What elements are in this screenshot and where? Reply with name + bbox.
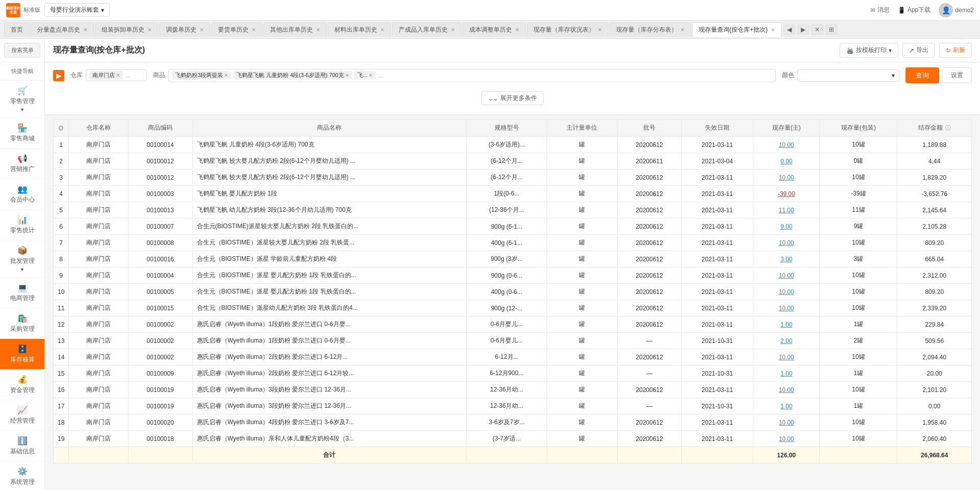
tab-requisition-close[interactable]: ✕ bbox=[252, 27, 256, 33]
balance-info-icon[interactable]: ⓘ bbox=[945, 125, 951, 131]
table-footer: 合计 126.00 26,968.64 bbox=[54, 447, 972, 463]
cell-balance: 809.20 bbox=[897, 284, 972, 300]
search-menu-btn[interactable]: 搜索英单 bbox=[4, 43, 40, 58]
cell-expire: 2021-03-11 bbox=[681, 202, 753, 218]
print-icon: 🖨️ bbox=[846, 47, 854, 54]
tab-cost-adjust-close[interactable]: ✕ bbox=[515, 27, 519, 33]
tab-cost-adjust[interactable]: 成本调整单历史 ✕ bbox=[462, 22, 526, 37]
footer-empty-2 bbox=[69, 447, 128, 463]
tab-inventory-distribution[interactable]: 现存量（库存分布表） ✕ bbox=[609, 22, 691, 37]
tab-other-out-close[interactable]: ✕ bbox=[316, 27, 320, 33]
tab-split-disk-close[interactable]: ✕ bbox=[83, 27, 87, 33]
th-warehouse: 仓库名称 bbox=[69, 119, 128, 137]
product-tag-container[interactable]: 飞鹤奶粉3段两提装 ✕ 飞鹤星飞帆 儿童奶粉 4段(3-6岁适用) 700克 ✕… bbox=[168, 69, 776, 82]
tab-other-out[interactable]: 其他出库单历史 ✕ bbox=[263, 22, 327, 37]
tab-home[interactable]: 首页 bbox=[4, 22, 30, 37]
product-tag-2[interactable]: 飞鹤星飞帆 儿童奶粉 4段(3-6岁适用) 700克 ✕ bbox=[233, 71, 352, 80]
warehouse-tag-container[interactable]: 南岸门店 ✕ … bbox=[86, 69, 147, 81]
app-download-btn[interactable]: 📱 App下载 bbox=[898, 6, 930, 14]
print-btn[interactable]: 🖨️ 按模板打印 ▾ bbox=[840, 43, 898, 58]
tab-inventory-distribution-close[interactable]: ✕ bbox=[680, 27, 684, 33]
product-tag-3-text: 飞... bbox=[357, 71, 368, 79]
ecommerce-icon: 💻 bbox=[17, 283, 28, 292]
expand-conditions-btn[interactable]: ⌄⌄ 展开更多条件 bbox=[481, 91, 544, 105]
footer-empty-4 bbox=[467, 447, 547, 463]
cell-qty-pkg: 10罐 bbox=[820, 349, 897, 365]
table-row: 12 南岸门店 00100002 惠氏启睿（Wyeth illuma）1段奶粉 … bbox=[54, 316, 972, 333]
sidebar-item-purchase[interactable]: 🛍️ 采购管理 bbox=[0, 308, 44, 339]
tab-bar: 首页 分量盘点单历史 ✕ 组装拆卸单历史 ✕ 调拨单历史 ✕ 要货单历史 ✕ 其… bbox=[0, 20, 980, 39]
settings-btn[interactable]: 设置 bbox=[942, 67, 972, 83]
tab-product-in-close[interactable]: ✕ bbox=[451, 27, 455, 33]
sidebar-item-basic-info[interactable]: ℹ️ 基础信息 bbox=[0, 431, 44, 461]
cell-no: 19 bbox=[54, 431, 69, 447]
product-filter-more[interactable]: … bbox=[378, 72, 384, 79]
tab-active-close[interactable]: ✕ bbox=[771, 27, 775, 33]
th-expire: 失效日期 bbox=[681, 119, 753, 137]
cell-name: 合生元(BIOSTIME)派星较大婴儿配方奶粉 2段 乳铁蛋白的... bbox=[192, 218, 467, 235]
product-tag-3-close[interactable]: ✕ bbox=[369, 72, 373, 78]
tab-disassemble[interactable]: 组装拆卸单历史 ✕ bbox=[95, 22, 158, 37]
user-area[interactable]: 👤 demo2 bbox=[939, 3, 974, 17]
column-settings-icon[interactable]: ⚙ bbox=[58, 124, 64, 132]
product-tag-1[interactable]: 飞鹤奶粉3段两提装 ✕ bbox=[172, 71, 231, 80]
sidebar-item-member[interactable]: 👥 会员中心 bbox=[0, 179, 44, 210]
warehouse-tag-nanao[interactable]: 南岸门店 ✕ bbox=[89, 71, 123, 80]
cell-balance: 2,060.40 bbox=[897, 431, 972, 447]
tab-inventory-status-close[interactable]: ✕ bbox=[598, 27, 602, 33]
filter-expand-btn[interactable]: ▶ bbox=[53, 70, 64, 81]
tab-inventory-status[interactable]: 现存量（库存状况表） ✕ bbox=[527, 22, 608, 37]
product-tag-1-close[interactable]: ✕ bbox=[224, 72, 228, 78]
cell-code: 00100009 bbox=[128, 365, 192, 382]
cell-name: 惠氏启睿（Wyeth illuma）3段奶粉 爱尔兰进口 12-36月... bbox=[192, 382, 467, 398]
warehouse-tag-close[interactable]: ✕ bbox=[116, 72, 120, 78]
refresh-label: 刷新 bbox=[953, 46, 965, 55]
sidebar-item-retail-store[interactable]: 🏪 零售商城 bbox=[0, 118, 44, 149]
tab-close-all-btn[interactable]: ✕ bbox=[811, 24, 823, 35]
tab-material-out-close[interactable]: ✕ bbox=[380, 27, 384, 33]
sidebar-item-marketing[interactable]: 📢 营销推广 bbox=[0, 149, 44, 179]
cell-warehouse: 南岸门店 bbox=[69, 137, 128, 153]
sidebar-item-wholesale[interactable]: 📦 批发管理 ▼ bbox=[0, 240, 44, 278]
refresh-btn[interactable]: ↻ 刷新 bbox=[939, 43, 972, 58]
warehouse-filter-more[interactable]: … bbox=[125, 72, 131, 79]
cell-no: 7 bbox=[54, 235, 69, 251]
sidebar-member-label: 会员中心 bbox=[10, 195, 35, 204]
color-dropdown[interactable]: ▾ bbox=[797, 69, 899, 82]
export-btn[interactable]: ↗ 导出 bbox=[902, 43, 935, 58]
tab-requisition[interactable]: 要货单历史 ✕ bbox=[211, 22, 262, 37]
quick-nav-btn[interactable]: 快捷导航 bbox=[0, 64, 44, 78]
cell-spec: 1段(0-6... bbox=[467, 186, 547, 202]
tab-mix[interactable]: 调拨单历史 ✕ bbox=[159, 22, 210, 37]
cell-expire: 2021-03-11 bbox=[681, 169, 753, 186]
tab-prev-btn[interactable]: ◀ bbox=[783, 24, 795, 35]
cell-spec: 900g (0-6... bbox=[467, 267, 547, 284]
cell-unit: 罐 bbox=[547, 186, 618, 202]
tab-active[interactable]: 现存量查询(按仓库+批次) ✕ bbox=[692, 22, 781, 37]
tab-product-in[interactable]: 产成品入库单历史 ✕ bbox=[392, 22, 461, 37]
sidebar-item-retail[interactable]: 🛒 零售管理 ▼ bbox=[0, 81, 44, 118]
cell-qty-pkg: 3罐 bbox=[820, 251, 897, 267]
tab-next-btn[interactable]: ▶ bbox=[797, 24, 809, 35]
workspace-selector[interactable]: 母婴行业演示账套 ▾ bbox=[44, 3, 110, 17]
tab-material-out[interactable]: 材料出库单历史 ✕ bbox=[328, 22, 391, 37]
cell-batch: 20200612 bbox=[617, 169, 681, 186]
messages-btn[interactable]: ✉ 消息 bbox=[870, 6, 890, 14]
tab-menu-btn[interactable]: ⊞ bbox=[825, 24, 838, 35]
sidebar-item-inventory[interactable]: 🗄️ 库存核算 bbox=[0, 339, 44, 370]
sidebar-item-finance[interactable]: 💰 资金管理 bbox=[0, 370, 44, 400]
query-btn[interactable]: 查询 bbox=[905, 67, 939, 83]
cell-name: 惠氏启睿（Wyeth illuma）2段奶粉 爱尔兰进口 6-12月较... bbox=[192, 365, 467, 382]
sidebar-item-retail-stats[interactable]: 📊 零售统计 bbox=[0, 210, 44, 240]
tab-split-disk[interactable]: 分量盘点单历史 ✕ bbox=[31, 22, 94, 37]
cell-expire: 2021-03-11 bbox=[681, 251, 753, 267]
sidebar-item-ecommerce[interactable]: 💻 电商管理 bbox=[0, 278, 44, 308]
product-tag-3[interactable]: 飞... ✕ bbox=[354, 71, 376, 80]
product-tag-2-close[interactable]: ✕ bbox=[345, 72, 349, 78]
cell-qty-main: 1.00 bbox=[753, 316, 820, 333]
tab-disassemble-close[interactable]: ✕ bbox=[148, 27, 152, 33]
sidebar-item-operations[interactable]: 📈 经营管理 bbox=[0, 400, 44, 431]
product-tag-2-text: 飞鹤星飞帆 儿童奶粉 4段(3-6岁适用) 700克 bbox=[236, 71, 344, 79]
tab-mix-close[interactable]: ✕ bbox=[200, 27, 204, 33]
sidebar-item-system[interactable]: ⚙️ 系统管理 bbox=[0, 461, 44, 490]
